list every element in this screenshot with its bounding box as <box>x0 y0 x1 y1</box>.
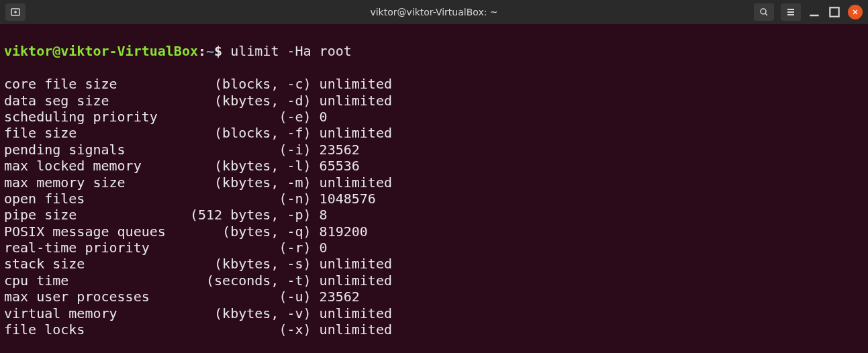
prompt-path: ~ <box>206 43 214 59</box>
minimize-button[interactable] <box>808 5 821 19</box>
ulimit-row: max memory size (kbytes, -m) unlimited <box>4 174 864 191</box>
window-title: viktor@viktor-VirtualBox: ~ <box>370 7 497 17</box>
ulimit-row: max locked memory (kbytes, -l) 65536 <box>4 158 864 174</box>
svg-point-1 <box>761 9 766 14</box>
new-tab-button[interactable] <box>5 3 26 21</box>
titlebar: viktor@viktor-VirtualBox: ~ <box>0 0 868 24</box>
ulimit-row: stack size (kbytes, -s) unlimited <box>4 256 864 272</box>
ulimit-row: file locks (-x) unlimited <box>4 321 864 338</box>
ulimit-row: virtual memory (kbytes, -v) unlimited <box>4 305 864 321</box>
ulimit-row: core file size (blocks, -c) unlimited <box>4 76 864 92</box>
ulimit-row: file size (blocks, -f) unlimited <box>4 125 864 141</box>
ulimit-row: POSIX message queues (bytes, -q) 819200 <box>4 223 864 240</box>
prompt-colon: : <box>198 43 206 59</box>
maximize-button[interactable] <box>828 5 841 19</box>
command-text: ulimit -Ha root <box>230 43 352 59</box>
menu-button[interactable] <box>781 3 801 21</box>
ulimit-row: real-time priority (-r) 0 <box>4 240 864 256</box>
svg-rect-2 <box>830 7 838 16</box>
prompt-user-host: viktor@viktor-VirtualBox <box>4 43 198 59</box>
ulimit-row: scheduling priority (-e) 0 <box>4 109 864 125</box>
ulimit-row: open files (-n) 1048576 <box>4 191 864 207</box>
terminal-output[interactable]: viktor@viktor-VirtualBox:~$ ulimit -Ha r… <box>0 24 868 353</box>
close-button[interactable] <box>848 5 863 19</box>
ulimit-row: pipe size (512 bytes, -p) 8 <box>4 207 864 223</box>
search-button[interactable] <box>754 3 774 21</box>
ulimit-row: cpu time (seconds, -t) unlimited <box>4 272 864 289</box>
ulimit-row: pending signals (-i) 23562 <box>4 142 864 158</box>
ulimit-row: max user processes (-u) 23562 <box>4 289 864 305</box>
prompt-dollar: $ <box>214 43 222 59</box>
ulimit-row: data seg size (kbytes, -d) unlimited <box>4 93 864 109</box>
prompt-line: viktor@viktor-VirtualBox:~$ ulimit -Ha r… <box>4 43 864 59</box>
